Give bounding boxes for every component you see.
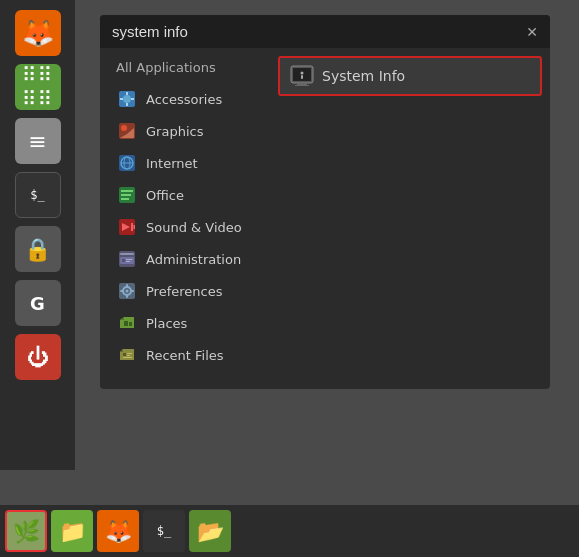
svg-rect-20 <box>134 225 136 229</box>
category-preferences[interactable]: Preferences <box>108 275 262 307</box>
svg-rect-14 <box>121 190 133 192</box>
category-sound-video[interactable]: Sound & Video <box>108 211 262 243</box>
search-bar-container: ✕ <box>100 15 550 48</box>
all-apps-label: All Applications <box>108 56 262 83</box>
internet-icon <box>116 152 138 174</box>
result-system-info[interactable]: System Info <box>278 56 542 96</box>
svg-rect-3 <box>126 103 128 106</box>
category-accessories[interactable]: Accessories <box>108 83 262 115</box>
menu-content: All Applications Accessories <box>100 48 550 379</box>
lock-icon: 🔒 <box>24 237 51 262</box>
svg-rect-25 <box>126 259 132 260</box>
nemo-icon: 📂 <box>197 519 224 544</box>
svg-point-29 <box>126 290 129 293</box>
sound-video-icon <box>116 216 138 238</box>
category-internet[interactable]: Internet <box>108 147 262 179</box>
svg-rect-38 <box>127 355 130 356</box>
svg-rect-15 <box>121 194 131 196</box>
sidebar: 🦊 ⠿⠿⠿⠿ ≡ $_ 🔒 G ⏻ <box>0 0 75 470</box>
svg-rect-5 <box>131 98 134 100</box>
firefox-icon: 🦊 <box>22 18 54 48</box>
files-icon: 📁 <box>59 519 86 544</box>
search-input[interactable] <box>108 19 522 44</box>
svg-point-7 <box>121 125 127 131</box>
svg-rect-43 <box>295 85 309 86</box>
recent-files-label: Recent Files <box>146 348 224 363</box>
graphics-icon <box>116 120 138 142</box>
svg-rect-22 <box>120 253 134 255</box>
accessories-icon <box>116 88 138 110</box>
power-icon: ⏻ <box>27 345 49 370</box>
administration-icon <box>116 248 138 270</box>
terminal-taskbar-icon: $_ <box>157 524 171 538</box>
manager-icon: ≡ <box>28 129 46 154</box>
category-administration[interactable]: Administration <box>108 243 262 275</box>
category-office[interactable]: Office <box>108 179 262 211</box>
svg-rect-36 <box>123 353 126 356</box>
mint-icon: 🌿 <box>13 519 40 544</box>
search-clear-button[interactable]: ✕ <box>522 22 542 42</box>
sidebar-icon-lock[interactable]: 🔒 <box>15 226 61 272</box>
svg-rect-37 <box>127 353 132 354</box>
grammarly-icon: G <box>30 293 45 314</box>
internet-label: Internet <box>146 156 198 171</box>
recent-files-icon <box>116 344 138 366</box>
system-info-icon <box>290 64 314 88</box>
places-label: Places <box>146 316 187 331</box>
svg-point-44 <box>301 72 304 75</box>
svg-rect-34 <box>124 321 128 326</box>
graphics-label: Graphics <box>146 124 203 139</box>
svg-point-1 <box>123 95 131 103</box>
categories-panel: All Applications Accessories <box>100 56 270 371</box>
svg-rect-39 <box>123 357 132 358</box>
sidebar-icon-power[interactable]: ⏻ <box>15 334 61 380</box>
sound-video-label: Sound & Video <box>146 220 242 235</box>
svg-rect-33 <box>131 290 134 292</box>
sidebar-icon-manager[interactable]: ≡ <box>15 118 61 164</box>
preferences-icon <box>116 280 138 302</box>
svg-rect-31 <box>126 295 128 298</box>
taskbar-firefox[interactable]: 🦊 <box>97 510 139 552</box>
sidebar-icon-terminal[interactable]: $_ <box>15 172 61 218</box>
firefox-taskbar-icon: 🦊 <box>105 519 132 544</box>
search-menu: ✕ All Applications <box>100 15 550 389</box>
svg-rect-32 <box>120 290 123 292</box>
places-icon <box>116 312 138 334</box>
svg-rect-16 <box>121 198 129 200</box>
sidebar-icon-firefox[interactable]: 🦊 <box>15 10 61 56</box>
svg-rect-4 <box>120 98 123 100</box>
taskbar: 🌿 📁 🦊 $_ 📂 <box>0 505 579 557</box>
svg-rect-35 <box>129 322 132 326</box>
taskbar-terminal[interactable]: $_ <box>143 510 185 552</box>
taskbar-nemo[interactable]: 📂 <box>189 510 231 552</box>
terminal-icon: $_ <box>30 188 44 202</box>
office-label: Office <box>146 188 184 203</box>
category-places[interactable]: Places <box>108 307 262 339</box>
taskbar-files[interactable]: 📁 <box>51 510 93 552</box>
sidebar-icon-grammarly[interactable]: G <box>15 280 61 326</box>
svg-rect-2 <box>126 92 128 95</box>
svg-rect-26 <box>126 261 130 262</box>
category-graphics[interactable]: Graphics <box>108 115 262 147</box>
svg-rect-42 <box>297 83 307 85</box>
svg-rect-24 <box>122 259 125 262</box>
system-info-label: System Info <box>322 68 405 84</box>
sidebar-icon-grid-app[interactable]: ⠿⠿⠿⠿ <box>15 64 61 110</box>
svg-rect-30 <box>126 284 128 287</box>
svg-rect-19 <box>131 223 133 231</box>
office-icon <box>116 184 138 206</box>
preferences-label: Preferences <box>146 284 222 299</box>
taskbar-mint-menu[interactable]: 🌿 <box>5 510 47 552</box>
grid-icon: ⠿⠿⠿⠿ <box>22 63 53 111</box>
desktop: 🦊 ⠿⠿⠿⠿ ≡ $_ 🔒 G ⏻ ✕ <box>0 0 579 557</box>
administration-label: Administration <box>146 252 241 267</box>
search-results-panel: System Info <box>270 56 550 371</box>
accessories-label: Accessories <box>146 92 222 107</box>
category-recent-files[interactable]: Recent Files <box>108 339 262 371</box>
svg-rect-45 <box>301 75 303 79</box>
